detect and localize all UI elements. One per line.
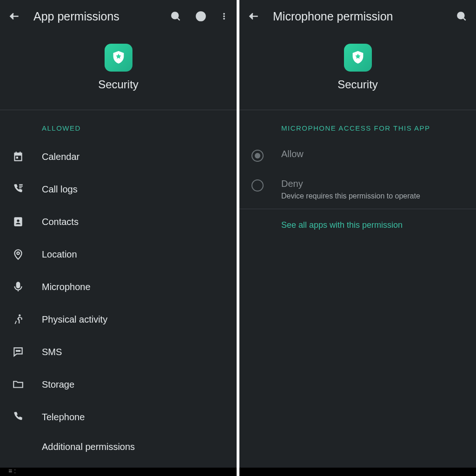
- radio-deny-subtitle: Device requires this permission to opera…: [281, 192, 420, 200]
- screen-microphone-permission: Microphone permission Security Microphon…: [239, 0, 476, 476]
- activity-icon: [12, 313, 24, 325]
- storage-icon: [12, 378, 24, 390]
- radio-deny-label: Deny: [281, 178, 420, 189]
- permission-calendar[interactable]: Calendar: [0, 140, 237, 173]
- microphone-icon: [12, 281, 24, 293]
- permission-label: Storage: [42, 379, 74, 390]
- nav-bar: [239, 468, 476, 476]
- radio-allow[interactable]: Allow: [239, 140, 476, 170]
- permission-microphone[interactable]: Microphone: [0, 271, 237, 303]
- permission-telephone[interactable]: Telephone: [0, 401, 237, 433]
- svg-rect-9: [17, 282, 20, 288]
- section-mic-access: Microphone access for this app: [239, 110, 476, 140]
- permission-label: Telephone: [42, 412, 85, 423]
- svg-point-2: [200, 19, 201, 19]
- permission-label: Physical activity: [42, 314, 107, 325]
- permission-physical-activity[interactable]: Physical activity: [0, 303, 237, 336]
- permission-call-logs[interactable]: Call logs: [0, 173, 237, 205]
- screen-app-permissions: App permissions Security Allowed Calenda…: [0, 0, 237, 476]
- radio-deny[interactable]: Deny Device requires this permission to …: [239, 170, 476, 209]
- search-icon[interactable]: [170, 10, 182, 22]
- app-icon: [344, 44, 372, 72]
- location-icon: [12, 248, 24, 260]
- sms-icon: [12, 346, 24, 358]
- toolbar: Microphone permission: [239, 0, 476, 33]
- back-icon[interactable]: [248, 10, 260, 22]
- back-icon[interactable]: [8, 10, 20, 22]
- svg-point-14: [457, 12, 464, 19]
- svg-point-10: [19, 314, 20, 316]
- svg-point-4: [224, 16, 225, 17]
- search-icon[interactable]: [456, 10, 468, 22]
- svg-point-13: [19, 350, 20, 351]
- permission-storage[interactable]: Storage: [0, 368, 237, 401]
- svg-point-0: [172, 12, 178, 19]
- permission-label: Call logs: [42, 184, 78, 195]
- permission-contacts[interactable]: Contacts: [0, 205, 237, 238]
- app-name: Security: [98, 78, 139, 91]
- app-name: Security: [337, 78, 378, 91]
- permission-label: Microphone: [42, 282, 91, 292]
- svg-point-7: [17, 219, 19, 222]
- toolbar: App permissions: [0, 0, 237, 33]
- app-header: Security: [239, 33, 476, 110]
- permission-additional[interactable]: Additional permissions: [0, 433, 237, 460]
- svg-point-11: [16, 350, 17, 351]
- see-all-apps-link[interactable]: See all apps with this permission: [239, 209, 476, 230]
- app-header: Security: [0, 33, 237, 110]
- svg-point-5: [224, 18, 225, 20]
- permissions-list: Calendar Call logs Contacts Location Mic…: [0, 140, 237, 460]
- radio-selected-icon: [251, 150, 264, 162]
- app-icon: [105, 44, 132, 72]
- section-allowed: Allowed: [0, 110, 237, 140]
- phone-icon: [12, 411, 24, 423]
- svg-point-8: [17, 252, 19, 254]
- permission-sms[interactable]: SMS: [0, 336, 237, 368]
- radio-allow-label: Allow: [281, 149, 304, 159]
- permission-label: Calendar: [42, 152, 79, 162]
- blank-icon: [12, 441, 24, 453]
- permission-label: Contacts: [42, 217, 79, 227]
- permission-location[interactable]: Location: [0, 238, 237, 271]
- softkeys-icon: ≡:: [8, 468, 16, 474]
- page-title: Microphone permission: [273, 10, 443, 23]
- radio-unselected-icon: [251, 179, 264, 192]
- contacts-icon: [12, 216, 24, 228]
- help-icon[interactable]: [195, 10, 207, 22]
- calllog-icon: [12, 183, 24, 195]
- permission-label: Additional permissions: [42, 442, 135, 452]
- nav-bar: [0, 468, 237, 476]
- svg-point-3: [224, 13, 225, 14]
- permission-label: Location: [42, 249, 77, 260]
- page-title: App permissions: [33, 10, 157, 23]
- permission-label: SMS: [42, 347, 62, 357]
- calendar-icon: [12, 151, 24, 163]
- overflow-menu-icon[interactable]: [220, 10, 228, 22]
- svg-point-12: [18, 350, 19, 351]
